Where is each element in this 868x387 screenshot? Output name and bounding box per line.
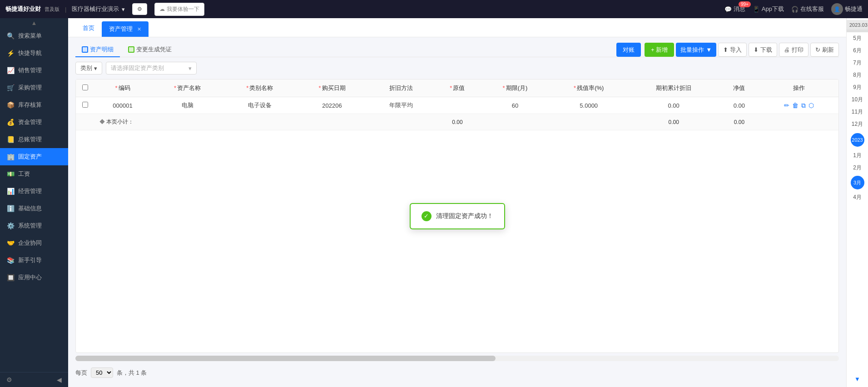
sales-icon: 📈 <box>6 66 15 74</box>
sidebar-item-enterprise[interactable]: 🤝 企业协同 <box>0 234 68 252</box>
sidebar-item-capital[interactable]: 💰 资金管理 <box>0 114 68 131</box>
row-checkbox-cell <box>76 97 94 114</box>
sidebar-item-purchase[interactable]: 🛒 采购管理 <box>0 79 68 96</box>
download-btn[interactable]: ⬇ 下载 <box>749 43 777 57</box>
row-checkbox[interactable] <box>82 102 88 108</box>
sidebar-item-app-center[interactable]: 🔲 应用中心 <box>0 269 68 286</box>
month-2[interactable]: 2月 <box>847 162 868 174</box>
month-12[interactable]: 12月 <box>847 118 868 130</box>
toast: ✓ 清理固定资产成功！ <box>410 203 505 229</box>
month-5[interactable]: 5月 <box>847 32 868 45</box>
batch-btn[interactable]: 批量操作 ▼ <box>676 43 716 57</box>
guide-icon: 📚 <box>6 256 15 264</box>
cloud-icon: ☁ <box>159 6 165 12</box>
sidebar-item-ledger[interactable]: 📒 总账管理 <box>0 131 68 148</box>
avatar: 👤 <box>831 3 843 15</box>
header-left: 畅捷通好业财 普及版 | 医疗器械行业演示 ▾ ⚙ ☁ 我要体验一下 <box>5 3 204 16</box>
category-filter-select[interactable]: 类别 ▾ <box>75 62 102 74</box>
select-all-checkbox[interactable] <box>82 84 88 90</box>
month-7[interactable]: 7月 <box>847 57 868 69</box>
subtotal-row: ◆ 本页小计： 0.00 0.00 0.00 <box>76 114 838 130</box>
month-11[interactable]: 11月 <box>847 106 868 118</box>
top-header: 畅捷通好业财 普及版 | 医疗器械行业演示 ▾ ⚙ ☁ 我要体验一下 💬 消息 … <box>0 0 868 18</box>
sidebar-item-quick-nav[interactable]: ⚡ 快捷导航 <box>0 45 68 62</box>
month-8[interactable]: 8月 <box>847 69 868 81</box>
experience-btn[interactable]: ☁ 我要体验一下 <box>154 3 204 16</box>
capital-icon: 💰 <box>6 118 15 126</box>
purchase-icon: 🛒 <box>6 84 15 92</box>
edit-icon[interactable]: ✏ <box>784 102 789 109</box>
subtotal-net: 0.00 <box>719 114 759 130</box>
sidebar-settings-icon[interactable]: ⚙ <box>6 376 12 383</box>
sidebar-item-system[interactable]: ⚙️ 系统管理 <box>0 217 68 234</box>
tab-home[interactable]: 首页 <box>75 20 102 37</box>
sidebar-scroll-up[interactable]: ▲ <box>0 18 68 27</box>
horizontal-scrollbar[interactable] <box>75 356 839 361</box>
enterprise-icon: 🤝 <box>6 239 15 247</box>
company-selector[interactable]: 医疗器械行业演示 ▾ <box>72 5 125 13</box>
table-container: *编码 *资产名称 *类别名称 *购买日期 <box>75 79 839 353</box>
asset-detail-tab-icon <box>82 46 88 53</box>
sub-tab-asset-detail[interactable]: 资产明细 <box>75 43 120 57</box>
delete-icon[interactable]: 🗑 <box>792 102 799 109</box>
sidebar-item-fixed-assets[interactable]: 🏢 固定资产 <box>0 148 68 165</box>
main-layout: ▲ 🔍 搜索菜单 ⚡ 快捷导航 📈 销售管理 🛒 采购管理 📦 库存核算 💰 资… <box>0 18 868 387</box>
ledger-icon: 📒 <box>6 135 15 144</box>
month-4[interactable]: 4月 <box>847 191 868 203</box>
account-btn[interactable]: 对账 <box>616 43 641 57</box>
tab-close-icon[interactable]: ✕ <box>137 26 141 32</box>
month-1[interactable]: 1月 <box>847 149 868 162</box>
sidebar-item-inventory[interactable]: 📦 库存核算 <box>0 96 68 114</box>
header-right: 💬 消息 99+ 📱 App下载 🎧 在线客服 👤 畅捷通 <box>724 3 863 15</box>
settings-btn[interactable]: ⚙ <box>132 3 147 15</box>
edition-badge: 普及版 <box>45 6 60 13</box>
current-year-label[interactable]: 2023 <box>851 133 864 147</box>
customer-service-item[interactable]: 🎧 在线客服 <box>791 5 824 13</box>
app-logo: 畅捷通好业财 <box>5 5 41 13</box>
th-code: *编码 <box>94 79 151 97</box>
th-net-value: 净值 <box>719 79 759 97</box>
refresh-btn[interactable]: ↻ 刷新 <box>810 43 839 57</box>
message-badge: 99+ <box>739 1 751 7</box>
active-month-wrapper: 3月 <box>851 175 864 190</box>
app-download-item[interactable]: 📱 App下载 <box>753 5 784 13</box>
sidebar-item-guide[interactable]: 📚 新手引导 <box>0 252 68 269</box>
sub-tab-voucher-gen[interactable]: 变更生成凭证 <box>122 43 178 57</box>
basic-info-icon: ℹ️ <box>6 204 15 213</box>
refresh-icon: ↻ <box>815 46 820 53</box>
th-actions: 操作 <box>759 79 838 97</box>
user-item[interactable]: 👤 畅捷通 <box>831 3 863 15</box>
more-icon[interactable]: ⬡ <box>808 102 814 109</box>
month-6[interactable]: 6月 <box>847 45 868 57</box>
tab-bar: 首页 资产管理 ✕ <box>68 18 846 37</box>
category-filter-input[interactable]: 请选择固定资产类别 ▾ <box>106 62 197 74</box>
month-3-active[interactable]: 3月 <box>851 176 864 189</box>
sidebar-item-basic-info[interactable]: ℹ️ 基础信息 <box>0 200 68 217</box>
pagination-total: 条，共 1 条 <box>117 369 147 377</box>
message-item[interactable]: 💬 消息 99+ <box>724 5 745 13</box>
month-9[interactable]: 9月 <box>847 81 868 94</box>
sidebar-item-sales[interactable]: 📈 销售管理 <box>0 62 68 79</box>
copy-icon[interactable]: ⧉ <box>801 102 806 109</box>
print-btn[interactable]: 🖨 打印 <box>779 43 808 57</box>
inventory-icon: 📦 <box>6 101 15 109</box>
row-original-value <box>434 97 481 114</box>
filter-row: 类别 ▾ 请选择固定资产类别 ▾ <box>75 62 839 74</box>
batch-dropdown-icon: ▼ <box>706 46 712 53</box>
per-page-select[interactable]: 50 <box>91 367 113 378</box>
row-code: 000001 <box>94 97 151 114</box>
row-net-value: 0.00 <box>719 97 759 114</box>
right-panel-down-btn[interactable]: ▼ <box>847 373 868 385</box>
tab-asset-mgmt[interactable]: 资产管理 ✕ <box>102 21 149 37</box>
import-btn[interactable]: ⬆ 导入 <box>718 43 747 57</box>
th-purchase-date: *购买日期 <box>296 79 368 97</box>
month-10[interactable]: 10月 <box>847 94 868 106</box>
sidebar-item-salary[interactable]: 💵 工资 <box>0 165 68 183</box>
new-btn[interactable]: + 新增 <box>645 43 674 57</box>
sidebar-item-operation[interactable]: 📊 经营管理 <box>0 183 68 200</box>
sidebar-item-search[interactable]: 🔍 搜索菜单 <box>0 27 68 45</box>
row-name: 电脑 <box>151 97 223 114</box>
salary-icon: 💵 <box>6 170 15 178</box>
sidebar-collapse-icon[interactable]: ◀ <box>57 376 62 383</box>
app-center-icon: 🔲 <box>6 273 15 282</box>
